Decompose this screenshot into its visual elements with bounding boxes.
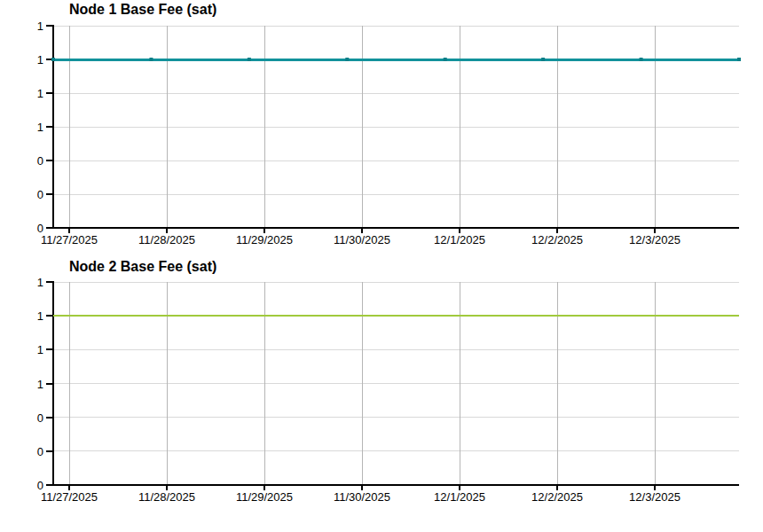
data-point-marker <box>541 58 545 61</box>
y-tick-label: 1 <box>37 276 43 289</box>
x-tick-label: 12/3/2025 <box>629 233 680 246</box>
x-tick-label: 11/28/2025 <box>138 490 195 504</box>
x-tick-label: 12/3/2025 <box>629 490 680 504</box>
data-point-marker <box>51 58 55 61</box>
y-tick-label: 0 <box>37 445 43 458</box>
x-tick-label: 11/30/2025 <box>334 233 390 246</box>
y-tick-label: 1 <box>37 343 43 356</box>
x-tick-label: 12/1/2025 <box>434 490 485 504</box>
y-tick-label: 1 <box>37 121 43 134</box>
node2-base-fee-chart: Node 2 Base Fee (sat) 111100011/27/20251… <box>0 257 763 532</box>
data-point-marker <box>345 58 349 61</box>
x-tick-label: 12/2/2025 <box>531 233 583 246</box>
node1-base-fee-plot: 111100011/27/202511/28/202511/29/202511/… <box>0 0 763 254</box>
y-tick-label: 1 <box>37 20 43 33</box>
y-tick-label: 0 <box>37 154 43 168</box>
x-tick-label: 12/1/2025 <box>434 233 485 246</box>
charts-page: { "page": { "background_color": "#ffffff… <box>0 0 763 532</box>
node1-base-fee-chart: Node 1 Base Fee (sat) 111100011/27/20251… <box>0 0 763 254</box>
data-point-marker <box>737 58 741 61</box>
x-tick-label: 11/27/2025 <box>41 490 98 504</box>
x-tick-label: 11/29/2025 <box>236 490 293 504</box>
data-point-marker <box>640 58 643 61</box>
x-tick-label: 11/30/2025 <box>334 490 390 504</box>
data-point-marker <box>444 58 447 61</box>
x-tick-label: 12/2/2025 <box>531 490 583 504</box>
y-tick-label: 1 <box>37 53 43 66</box>
x-tick-label: 11/28/2025 <box>138 233 195 246</box>
y-tick-label: 1 <box>37 309 43 323</box>
x-tick-label: 11/29/2025 <box>236 233 293 246</box>
y-tick-label: 1 <box>37 378 43 391</box>
y-tick-label: 1 <box>37 87 43 100</box>
data-point-marker <box>248 58 251 61</box>
x-tick-label: 11/27/2025 <box>41 233 98 246</box>
y-tick-label: 0 <box>37 188 43 201</box>
data-point-marker <box>149 58 153 61</box>
node2-base-fee-plot: 111100011/27/202511/28/202511/29/202511/… <box>0 257 763 532</box>
y-tick-label: 0 <box>37 411 43 425</box>
